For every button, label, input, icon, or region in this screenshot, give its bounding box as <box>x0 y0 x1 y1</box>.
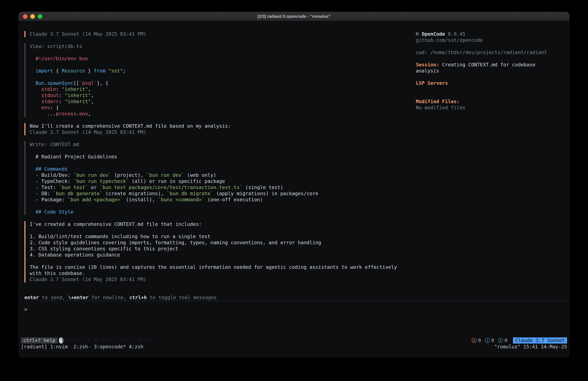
text-token: , <box>91 92 94 98</box>
text-token: View: script/db.ts <box>30 44 82 49</box>
text-token: analysis <box>416 68 439 74</box>
terminal-line: - Package: `bun add <package>` (install)… <box>30 197 410 203</box>
terminal-line: 2. Code style guidelines covering import… <box>30 240 410 246</box>
prompt-symbol: > <box>24 307 27 312</box>
text-token: to toggle tool messages <box>147 295 217 300</box>
text-token: ], { <box>97 80 108 86</box>
text-token: , <box>91 99 94 104</box>
terminal-line: stdin: "inherit", <box>30 86 410 92</box>
text-token: to send, <box>39 295 68 300</box>
model-badge[interactable]: Claude 3.7 Sonnet <box>513 337 567 344</box>
text-token: spawnSync <box>47 80 73 86</box>
terminal-line: with this codebase. <box>30 270 410 276</box>
terminal-line: - DB: `bun db generate` (create migratio… <box>30 190 410 197</box>
tmux-window-3[interactable]: 3:opencode* <box>94 344 126 350</box>
terminal-line: #!/usr/bin/env bun <box>30 56 410 62</box>
hint-count: 0 <box>504 337 507 344</box>
text-token: - Test: <box>30 184 59 190</box>
terminal-line: Write: CONTEXT.md <box>30 141 410 148</box>
text-token: 2. Code style guidelines covering import… <box>30 240 321 246</box>
terminal-line <box>416 92 566 98</box>
text-token: `bun test` <box>59 184 88 190</box>
terminal-line: ## Commands <box>30 166 410 172</box>
terminal-line <box>30 49 410 56</box>
prompt-input[interactable]: > <box>24 306 567 313</box>
text-token: ([ <box>73 80 79 86</box>
tmux-window-2[interactable]: 2:zsh- <box>73 344 91 350</box>
assistant-message-block: Now I'll create a comprehensive CONTEXT.… <box>24 123 410 135</box>
text-token: Creating CONTEXT.md for codebase <box>439 62 535 67</box>
text-token: (web only) <box>184 172 216 178</box>
text-token <box>30 166 36 172</box>
text-token: I've created a comprehensive CONTEXT.md … <box>30 221 202 227</box>
terminal-line: analysis <box>416 68 566 74</box>
session-sidebar: © OpenCode 0.0.45github.com/sst/opencode… <box>416 31 566 111</box>
tmux-window-4[interactable]: 4:zsh <box>129 344 143 350</box>
text-token: . <box>76 111 79 116</box>
terminal-content: Claude 3.7 Sonnet (14 May 2025 03:41 PM)… <box>19 21 569 357</box>
input-area: enter to send, \+enter for newline, ctrl… <box>24 294 567 313</box>
tmux-window-list: [radiant] 1:nvim 2:zsh- 3:opencode* 4:zs… <box>21 344 144 350</box>
text-token: 4. Database operations guidance <box>30 252 120 258</box>
terminal-line: ...process.env, <box>30 111 410 117</box>
warning-diagnostic: w 0 <box>472 337 481 344</box>
window-titlebar: [2/3] radiant:3:opencode - "romulus" <box>19 12 569 21</box>
hint-diagnostic: h 0 <box>498 337 507 344</box>
text-token: stderr <box>41 99 59 104</box>
terminal-line <box>416 74 566 80</box>
text-token: 0.0.45 <box>448 31 465 37</box>
text-token: ; <box>123 68 126 74</box>
status-bar: ctrl+? help Tokens: 16.4K (8%), Cost: $0… <box>21 337 567 344</box>
tmux-session-info: "romulus" 15:41 14-May-25 <box>494 344 567 350</box>
text-token: The file is concise (20 lines) and captu… <box>30 264 397 270</box>
terminal-line: # Radiant Project Guidelines <box>30 154 410 160</box>
text-token: # Radiant Project Guidelines <box>30 154 117 159</box>
text-token: , <box>88 111 91 116</box>
text-token: `bun db migrate` <box>167 191 213 196</box>
text-token: cwd: /home/thdxr/dev/projects/radiant/ra… <box>416 49 547 55</box>
terminal-line <box>30 203 410 209</box>
text-token <box>445 31 448 37</box>
tmux-window-1[interactable]: 1:nvim <box>50 344 68 350</box>
text-token: `psql` <box>79 80 97 86</box>
text-token: `bun test packages/core/test/transaction… <box>100 184 243 190</box>
zoom-button[interactable] <box>38 14 42 19</box>
terminal-line: 4. Database operations guidance <box>30 252 410 258</box>
text-token: : <box>59 92 65 98</box>
tmux-session-name: [radiant] <box>21 344 50 350</box>
text-token: stdin <box>41 86 56 92</box>
terminal-line: env: { <box>30 105 410 111</box>
close-button[interactable] <box>23 14 27 19</box>
text-token: github.com/sst/opencode <box>416 37 483 43</box>
text-token: \+enter <box>68 295 88 300</box>
text-token: `bun run dev` <box>146 172 184 178</box>
text-token: Resource <box>62 68 85 74</box>
terminal-line <box>416 56 566 62</box>
text-token: - DB: <box>30 191 53 196</box>
terminal-line: - Build/Dev: `bun run dev` (project), `b… <box>30 172 410 178</box>
text-token <box>30 209 36 215</box>
text-token: © <box>416 31 422 37</box>
text-token: Modified Files: <box>416 99 460 104</box>
text-token <box>126 344 129 350</box>
keybind-help: enter to send, \+enter for newline, ctrl… <box>24 294 567 301</box>
terminal-line: import { Resource } from "sst"; <box>30 68 410 74</box>
assistant-summary-block: I've created a comprehensive CONTEXT.md … <box>24 221 410 283</box>
text-token: 3. CSS styling conventions specific to t… <box>30 246 178 251</box>
text-token: import <box>36 68 53 74</box>
terminal-line: Claude 3.7 Sonnet (14 May 2025 03:41 PM) <box>30 31 410 37</box>
minimize-button[interactable] <box>30 14 35 19</box>
text-token <box>68 344 73 350</box>
terminal-line <box>30 258 410 264</box>
input-separator <box>24 301 567 301</box>
terminal-line: cwd: /home/thdxr/dev/projects/radiant/ra… <box>416 49 566 56</box>
text-token: Claude 3.7 Sonnet (14 May 2025 03:41 PM) <box>30 277 146 282</box>
text-token: (create migrations), <box>103 191 167 196</box>
terminal-window: [2/3] radiant:3:opencode - "romulus" Cla… <box>19 12 569 357</box>
terminal-line: ## Code Style <box>30 209 410 215</box>
text-token: LSP Servers <box>416 80 448 86</box>
text-token: (install), <box>123 197 158 202</box>
terminal-line <box>416 86 566 92</box>
help-badge[interactable]: ctrl+? help <box>21 337 58 344</box>
window-title: [2/3] radiant:3:opencode - "romulus" <box>257 14 331 19</box>
